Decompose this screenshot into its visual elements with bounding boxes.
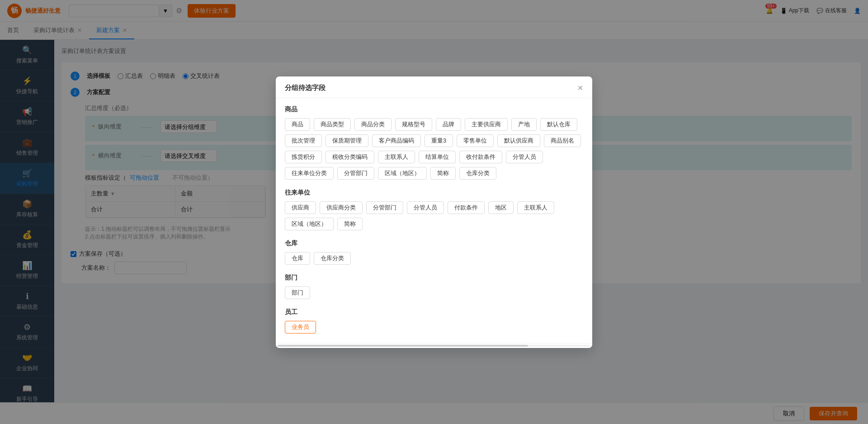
tag-product-25[interactable]: 仓库分类 <box>459 167 496 180</box>
tag-product-7[interactable]: 默认仓库 <box>540 118 577 131</box>
tag-product-24[interactable]: 简称 <box>430 167 456 180</box>
section-department-tags: 部门 <box>285 286 583 299</box>
section-department: 部门 部门 <box>285 274 583 299</box>
modal-dialog: 分组待选字段 ✕ 商品 商品 商品类型 商品分类 规格型号 品牌 主要供应商 产… <box>276 76 592 348</box>
section-product-tags: 商品 商品类型 商品分类 规格型号 品牌 主要供应商 产地 默认仓库 批次管理 … <box>285 118 583 180</box>
tag-product-11[interactable]: 重量3 <box>425 134 453 147</box>
tag-partner-1[interactable]: 供应商分类 <box>320 201 363 214</box>
modal-title: 分组待选字段 <box>285 84 326 92</box>
tag-product-1[interactable]: 商品类型 <box>314 118 351 131</box>
tag-product-21[interactable]: 往来单位分类 <box>285 167 334 180</box>
tag-warehouse-1[interactable]: 仓库分类 <box>314 252 351 265</box>
section-product: 商品 商品 商品类型 商品分类 规格型号 品牌 主要供应商 产地 默认仓库 批次… <box>285 105 583 180</box>
tag-partner-6[interactable]: 主联系人 <box>517 201 554 214</box>
section-employee: 员工 业务员 <box>285 308 583 333</box>
modal-hscrollbar <box>276 343 592 348</box>
modal-close-button[interactable]: ✕ <box>577 84 583 92</box>
modal-overlay: 分组待选字段 ✕ 商品 商品 商品类型 商品分类 规格型号 品牌 主要供应商 产… <box>0 0 868 424</box>
tag-partner-7[interactable]: 区域（地区） <box>285 218 334 230</box>
tag-warehouse-0[interactable]: 仓库 <box>285 252 310 265</box>
tag-product-13[interactable]: 默认供应商 <box>497 134 540 147</box>
tag-department-0[interactable]: 部门 <box>285 286 310 299</box>
tag-product-14[interactable]: 商品别名 <box>544 134 581 147</box>
tag-product-9[interactable]: 保质期管理 <box>326 134 368 147</box>
tag-partner-5[interactable]: 地区 <box>488 201 514 214</box>
section-employee-title: 员工 <box>285 308 583 316</box>
modal-header: 分组待选字段 ✕ <box>276 76 592 98</box>
tag-product-18[interactable]: 结算单位 <box>419 151 456 163</box>
modal-body[interactable]: 商品 商品 商品类型 商品分类 规格型号 品牌 主要供应商 产地 默认仓库 批次… <box>276 98 592 343</box>
tag-product-0[interactable]: 商品 <box>285 118 310 131</box>
section-employee-tags: 业务员 <box>285 321 583 333</box>
tag-product-12[interactable]: 零售单位 <box>457 134 494 147</box>
tag-partner-8[interactable]: 简称 <box>337 218 363 230</box>
tag-product-16[interactable]: 税收分类编码 <box>326 151 374 163</box>
section-partner: 往来单位 供应商 供应商分类 分管部门 分管人员 付款条件 地区 主联系人 区域… <box>285 189 583 230</box>
tag-product-22[interactable]: 分管部门 <box>337 167 374 180</box>
tag-product-17[interactable]: 主联系人 <box>378 151 415 163</box>
tag-product-5[interactable]: 主要供应商 <box>465 118 508 131</box>
section-warehouse-title: 仓库 <box>285 239 583 248</box>
section-product-title: 商品 <box>285 105 583 114</box>
tag-product-19[interactable]: 收付款条件 <box>459 151 502 163</box>
tag-employee-0[interactable]: 业务员 <box>285 321 316 333</box>
tag-product-10[interactable]: 客户商品编码 <box>372 134 421 147</box>
tag-product-20[interactable]: 分管人员 <box>506 151 543 163</box>
tag-product-2[interactable]: 商品分类 <box>354 118 392 131</box>
section-warehouse-tags: 仓库 仓库分类 <box>285 252 583 265</box>
tag-product-15[interactable]: 拣货积分 <box>285 151 322 163</box>
section-partner-title: 往来单位 <box>285 189 583 197</box>
tag-product-6[interactable]: 产地 <box>511 118 537 131</box>
tag-partner-2[interactable]: 分管部门 <box>366 201 403 214</box>
tag-product-4[interactable]: 品牌 <box>436 118 461 131</box>
tag-partner-3[interactable]: 分管人员 <box>407 201 444 214</box>
tag-product-23[interactable]: 区域（地区） <box>378 167 427 180</box>
tag-partner-4[interactable]: 付款条件 <box>448 201 485 214</box>
tag-partner-0[interactable]: 供应商 <box>285 201 316 214</box>
section-department-title: 部门 <box>285 274 583 282</box>
tag-product-3[interactable]: 规格型号 <box>395 118 432 131</box>
section-warehouse: 仓库 仓库 仓库分类 <box>285 239 583 265</box>
tag-product-8[interactable]: 批次管理 <box>285 134 322 147</box>
section-partner-tags: 供应商 供应商分类 分管部门 分管人员 付款条件 地区 主联系人 区域（地区） … <box>285 201 583 230</box>
